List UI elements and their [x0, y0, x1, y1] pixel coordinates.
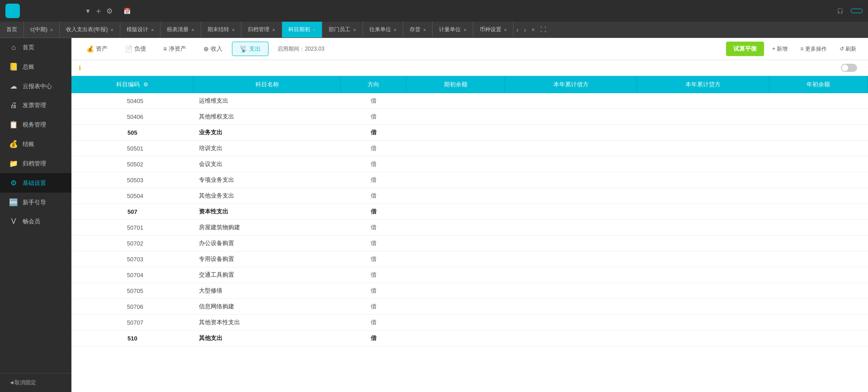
disable-toggle[interactable]	[841, 64, 857, 72]
tab-c(中期)[interactable]: c(中期)×	[24, 22, 60, 38]
sidebar-item-tax[interactable]: 📋 税务管理	[0, 115, 71, 134]
tab-close-icon[interactable]: ×	[504, 27, 507, 33]
table-row[interactable]: 50406其他维权支出借	[71, 109, 868, 125]
account-button[interactable]	[851, 9, 863, 13]
tab-往来单位[interactable]: 往来单位×	[363, 22, 403, 38]
sub-tab-asset[interactable]: 💰 资产	[79, 42, 115, 56]
tab-科目期初[interactable]: 科目期初×	[282, 22, 322, 38]
tab-close-icon[interactable]: ×	[353, 27, 356, 33]
table-row[interactable]: 50504其他业务支出借	[71, 188, 868, 204]
tab-close-icon[interactable]: ×	[394, 27, 396, 33]
cell-direction: 借	[341, 188, 406, 204]
sidebar-item-archive[interactable]: 📁 归档管理	[0, 154, 71, 173]
tab-close-icon[interactable]: ×	[50, 27, 53, 33]
table-row[interactable]: 50405运维维支出借	[71, 93, 868, 109]
tab-next-btn[interactable]: ›	[521, 22, 529, 38]
cell-name: 大型修缮	[193, 283, 341, 299]
sidebar-item-member[interactable]: V 畅会员	[0, 212, 71, 231]
tab-close-icon[interactable]: ×	[191, 27, 194, 33]
cell-opening-balance	[406, 267, 505, 283]
sidebar-item-report[interactable]: ☁ 云报表中心	[0, 76, 71, 96]
tab-prev-btn[interactable]: ‹	[514, 22, 521, 38]
cell-name: 办公设备购置	[193, 236, 341, 251]
home-icon: ⌂	[9, 43, 18, 52]
tab-币种设置[interactable]: 币种设置×	[473, 22, 514, 38]
cell-name: 其他维权支出	[193, 109, 341, 125]
cell-direction: 借	[341, 299, 406, 315]
tab-首页[interactable]: 首页	[0, 22, 24, 38]
tab-close-icon[interactable]: ×	[272, 27, 275, 33]
tab-close-icon[interactable]: ×	[463, 27, 466, 33]
sidebar-item-home[interactable]: ⌂ 首页	[0, 38, 71, 57]
table-row[interactable]: 50503专项业务支出借	[71, 172, 868, 188]
top-center: ▼ ＋ ⚙ 📅	[81, 5, 832, 16]
tab-部门员工[interactable]: 部门员工×	[322, 22, 363, 38]
cell-year-begin-balance	[769, 236, 868, 251]
cell-opening-balance	[406, 331, 505, 346]
sub-tab-net_asset[interactable]: ≡ 净资产	[156, 42, 194, 56]
cell-name: 专用设备购置	[193, 251, 341, 267]
add-new-btn[interactable]: + 新增	[768, 43, 792, 56]
tab-close-all-btn[interactable]: ×	[529, 26, 538, 33]
sub-tab-income[interactable]: ⊕ 收入	[196, 42, 230, 56]
tab-税表清册[interactable]: 税表清册×	[160, 22, 201, 38]
cell-opening-balance	[406, 315, 505, 331]
sub-tab-expense[interactable]: 📡 支出	[232, 42, 269, 56]
balance-button[interactable]: 试算平衡	[726, 42, 764, 56]
col-header-1: 科目名称	[193, 76, 341, 93]
top-bar: ▼ ＋ ⚙ 📅 🎧	[0, 0, 868, 22]
cell-annual-debit	[505, 267, 637, 283]
tab-close-icon[interactable]: ×	[151, 27, 154, 33]
table-row[interactable]: 50703专用设备购置借	[71, 251, 868, 267]
project-dropdown-icon[interactable]: ▼	[85, 8, 91, 14]
tab-计量单位[interactable]: 计量单位×	[433, 22, 473, 38]
sidebar-label-settle: 结账	[23, 140, 34, 148]
tab-收入支出表(年报)[interactable]: 收入支出表(年报)×	[60, 22, 120, 38]
sidebar-item-ledger[interactable]: 📒 总账	[0, 57, 71, 76]
cell-name: 交通工具购置	[193, 267, 341, 283]
table-row[interactable]: 50702办公设备购置借	[71, 236, 868, 251]
sidebar-item-guide[interactable]: 🆕 新手引导	[0, 193, 71, 212]
sub-tab-liability[interactable]: 📄 负债	[117, 42, 154, 56]
add-project-btn[interactable]: ＋	[94, 5, 103, 16]
table-row[interactable]: 50701房屋建筑物购建借	[71, 220, 868, 236]
cell-code: 505	[71, 125, 193, 141]
customer-service-btn[interactable]: 🎧	[837, 8, 845, 14]
table-row[interactable]: 510其他支出借	[71, 331, 868, 346]
cell-direction: 借	[341, 251, 406, 267]
project-settings-icon[interactable]: ⚙	[106, 7, 113, 15]
cell-direction: 借	[341, 283, 406, 299]
table-row[interactable]: 50706信息网络购建借	[71, 299, 868, 315]
sidebar-item-settings[interactable]: ⚙ 基础设置	[0, 173, 71, 193]
refresh-btn[interactable]: ↺ 刷新	[835, 43, 861, 56]
tab-归档管理[interactable]: 归档管理×	[241, 22, 282, 38]
table-row[interactable]: 507资本性支出借	[71, 204, 868, 220]
table-row[interactable]: 50707其他资本性支出借	[71, 315, 868, 331]
sub-tab-label-income: 收入	[211, 45, 222, 53]
sidebar-collapse-btn[interactable]: ◄取消固定	[0, 373, 71, 392]
cell-annual-debit	[505, 125, 637, 141]
cell-annual-credit	[637, 109, 769, 125]
tab-close-icon[interactable]: ×	[423, 27, 426, 33]
sidebar-label-guide: 新手引导	[23, 198, 46, 207]
table-row[interactable]: 50502会议支出借	[71, 156, 868, 172]
more-actions-btn[interactable]: ≡ 更多操作	[796, 43, 831, 56]
sidebar-item-settle[interactable]: 💰 结账	[0, 134, 71, 154]
sidebar-item-invoice[interactable]: 🖨 发票管理	[0, 96, 71, 115]
logo-icon	[5, 4, 20, 18]
table-row[interactable]: 50704交通工具购置借	[71, 267, 868, 283]
tab-期末结转[interactable]: 期末结转×	[201, 22, 241, 38]
table-row[interactable]: 50705大型修缮借	[71, 283, 868, 299]
cell-opening-balance	[406, 204, 505, 220]
table-row[interactable]: 505业务支出借	[71, 125, 868, 141]
table-row[interactable]: 50501培训支出借	[71, 141, 868, 156]
tab-close-icon[interactable]: ×	[232, 27, 235, 33]
tab-close-icon[interactable]: ×	[313, 27, 316, 33]
tab-close-icon[interactable]: ×	[110, 27, 113, 33]
tab-模版设计[interactable]: 模版设计×	[120, 22, 160, 38]
calendar-icon[interactable]: 📅	[123, 8, 131, 14]
tab-存货[interactable]: 存货×	[403, 22, 433, 38]
cell-direction: 借	[341, 315, 406, 331]
tab-maximize-btn[interactable]: ⛶	[538, 26, 549, 33]
column-settings-icon[interactable]: ⚙	[143, 81, 148, 88]
